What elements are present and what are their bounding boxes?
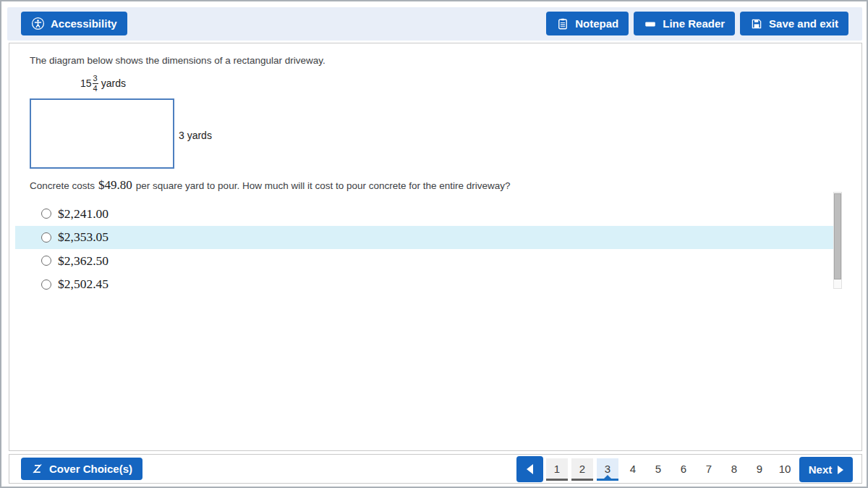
back-arrow-icon xyxy=(527,464,533,474)
fraction-numerator: 3 xyxy=(93,74,98,83)
save-icon xyxy=(750,17,763,30)
option-label-1: $2,241.00 xyxy=(58,206,109,222)
notepad-button-label: Notepad xyxy=(575,17,618,30)
cover-choices-icon xyxy=(31,463,43,475)
option-row-2[interactable]: $2,353.05 xyxy=(15,226,834,250)
toolbar: Accessibility Notepad xyxy=(7,7,862,41)
radio-option-4[interactable] xyxy=(41,279,51,290)
page-number-2[interactable]: 2 xyxy=(571,458,593,481)
save-and-exit-button-label: Save and exit xyxy=(769,17,838,30)
option-row-4[interactable]: $2,502.45 xyxy=(15,273,834,297)
driveway-diagram xyxy=(30,98,174,169)
cover-choices-button-label: Cover Choice(s) xyxy=(49,463,132,475)
save-and-exit-button[interactable]: Save and exit xyxy=(740,12,848,35)
question-prompt: Concrete costs $49.80 per square yard to… xyxy=(30,178,511,193)
radio-option-3[interactable] xyxy=(41,256,51,266)
notepad-icon xyxy=(556,17,569,30)
prompt-before-price: Concrete costs xyxy=(30,180,95,191)
scrollbar-thumb[interactable] xyxy=(834,193,841,279)
prompt-after-price: per square yard to pour. How much will i… xyxy=(136,180,511,191)
page-number-10[interactable]: 10 xyxy=(774,458,796,481)
cover-choices-button[interactable]: Cover Choice(s) xyxy=(21,458,142,480)
assessment-window: Accessibility Notepad xyxy=(0,0,868,488)
page-navigator: 1 2 3 4 5 6 7 8 9 10 xyxy=(546,458,796,481)
next-button[interactable]: Next xyxy=(799,457,853,482)
navigation-bar: Cover Choice(s) 1 2 3 4 5 6 7 8 9 10 Nex… xyxy=(9,454,862,484)
line-reader-icon xyxy=(644,17,657,30)
option-row-3[interactable]: $2,362.50 xyxy=(15,249,834,273)
page-number-7[interactable]: 7 xyxy=(698,458,720,481)
width-fraction: 3 4 xyxy=(93,74,98,93)
scrollbar-track[interactable] xyxy=(833,192,842,289)
option-label-3: $2,362.50 xyxy=(58,253,109,269)
diagram-width-label: 15 3 4 yards xyxy=(80,74,126,93)
accessibility-icon xyxy=(31,17,45,30)
width-unit: yards xyxy=(101,77,126,89)
radio-option-2[interactable] xyxy=(41,232,51,243)
option-row-1[interactable]: $2,241.00 xyxy=(15,202,834,226)
fraction-denominator: 4 xyxy=(93,83,98,93)
option-label-4: $2,502.45 xyxy=(58,277,109,292)
question-panel: The diagram below shows the dimensions o… xyxy=(9,43,862,451)
previous-page-button[interactable] xyxy=(516,456,543,482)
prompt-price: $49.80 xyxy=(98,178,132,193)
width-whole-number: 15 xyxy=(80,77,92,89)
next-button-label: Next xyxy=(809,463,833,476)
page-number-1[interactable]: 1 xyxy=(546,458,568,481)
question-intro-text: The diagram below shows the dimensions o… xyxy=(30,55,326,66)
notepad-button[interactable]: Notepad xyxy=(546,12,629,35)
next-arrow-icon xyxy=(838,466,843,474)
page-number-5[interactable]: 5 xyxy=(647,458,669,481)
page-number-9[interactable]: 9 xyxy=(749,458,770,481)
page-number-3[interactable]: 3 xyxy=(597,458,618,481)
line-reader-button-label: Line Reader xyxy=(663,17,725,30)
accessibility-button-label: Accessibility xyxy=(51,17,117,30)
option-label-2: $2,353.05 xyxy=(58,230,109,245)
page-number-6[interactable]: 6 xyxy=(673,458,694,481)
line-reader-button[interactable]: Line Reader xyxy=(634,12,735,35)
page-number-4[interactable]: 4 xyxy=(622,458,644,481)
radio-option-1[interactable] xyxy=(41,209,51,219)
diagram-height-label: 3 yards xyxy=(179,130,212,141)
answer-options: $2,241.00 $2,353.05 $2,362.50 $2,502.45 xyxy=(15,202,834,296)
page-number-8[interactable]: 8 xyxy=(723,458,745,481)
accessibility-button[interactable]: Accessibility xyxy=(21,12,127,35)
